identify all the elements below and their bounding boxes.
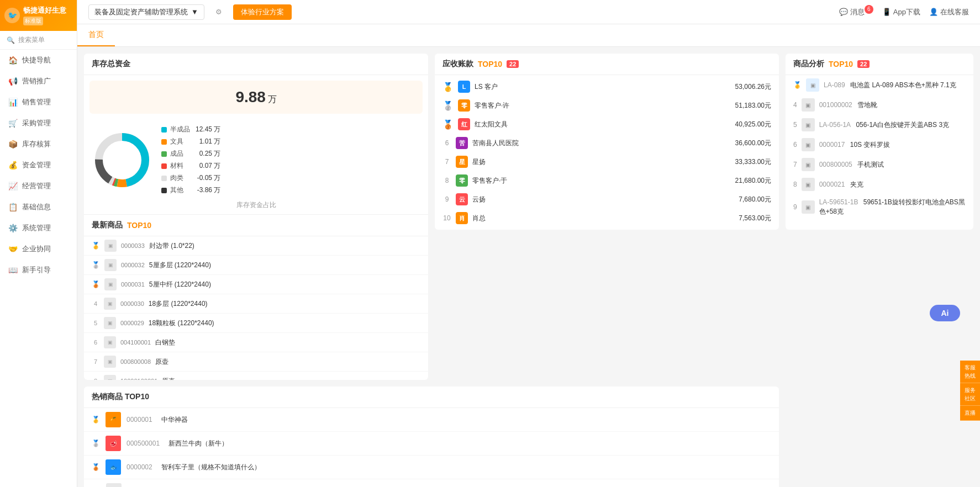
np-icon-2: ▣ (104, 259, 117, 271)
sidebar-item-home[interactable]: 🏠 快捷导航 (0, 50, 77, 71)
pa-icon-5: ▣ (802, 158, 815, 171)
customer-item-6[interactable]: 8 零 零售客户·于 21,680.00元 (435, 171, 779, 190)
avatar-8: 肖 (456, 212, 468, 224)
np-code-4: 0000030 (120, 300, 144, 307)
pa-info-3: LA-056-1A 056-1A白色按键开关盖ABS 3克 (819, 120, 966, 130)
amount-1: 53,006.26元 (735, 82, 771, 92)
np-item-8[interactable]: 8 ▣ 10000100001 原壶 (84, 372, 428, 380)
hp-name-3: 智利车子里（规格不知道填什么） (161, 463, 261, 472)
ar-badge: 22 (507, 60, 519, 68)
customer-item-1[interactable]: 🥇 L LS 客户 53,006.26元 (435, 77, 779, 96)
sidebar-item-collab[interactable]: 🤝 企业协同 (0, 239, 77, 260)
search-label: 搜索菜单 (18, 35, 45, 45)
hp-item-4[interactable]: 4 01 45# (84, 479, 779, 487)
legend-dot-3 (161, 151, 167, 157)
sidebar-item-inventory[interactable]: 📦 库存核算 (0, 134, 77, 155)
customer-item-4[interactable]: 6 苦 苦南县人民医院 36,600.00元 (435, 134, 779, 152)
np-rank-4: 4 (92, 300, 99, 307)
np-item-2[interactable]: 🥈 ▣ 0000032 5厘多层 (1220*2440) (84, 256, 428, 275)
pa-info-5: 000800005 手机测试 (819, 160, 966, 170)
ai-bubble[interactable]: Ai (930, 305, 960, 321)
nav-label-marketing: 营销推广 (22, 76, 51, 86)
float-btn-live[interactable]: 直播 (960, 406, 980, 421)
np-item-3[interactable]: 🥉 ▣ 0000031 5厘中纤 (1220*2440) (84, 275, 428, 294)
pa-rank-4: 6 (793, 141, 797, 149)
legend-dot-4 (161, 163, 167, 169)
pa-item-1[interactable]: 🥇 ▣ LA-089 电池盖 LA-089 ABS本色+黑种 7.1克 (786, 75, 973, 95)
np-name-1: 封边带 (1.0*22) (149, 241, 194, 251)
sidebar-search[interactable]: 🔍 搜索菜单 (0, 31, 77, 50)
sidebar-item-guide[interactable]: 📖 新手引导 (0, 260, 77, 280)
sidebar-item-marketing[interactable]: 📢 营销推广 (0, 71, 77, 92)
np-item-6[interactable]: 6 ▣ 004100001 白钢垫 (84, 333, 428, 352)
np-item-4[interactable]: 4 ▣ 0000030 18多层 (1220*2440) (84, 294, 428, 314)
np-name-2: 5厘多层 (1220*2440) (149, 261, 211, 270)
np-medal-2: 🥈 (92, 261, 100, 269)
np-code-6: 004100001 (120, 339, 151, 346)
basic-icon: 📋 (8, 202, 18, 212)
customer-item-8[interactable]: 10 肖 肖总 7,563.00元 (435, 209, 779, 227)
rank-8: 10 (442, 214, 451, 222)
app-download-button[interactable]: 📱 App下载 (882, 7, 920, 17)
pa-item-3[interactable]: 5 ▣ LA-056-1A 056-1A白色按键开关盖ABS 3克 (786, 115, 973, 135)
pa-item-5[interactable]: 7 ▣ 000800005 手机测试 (786, 155, 973, 174)
np-item-1[interactable]: 🥇 ▣ 0000033 封边带 (1.0*22) (84, 236, 428, 256)
hp-name-2: 新西兰牛肉（新牛） (168, 439, 228, 448)
name-2: 零售客户·许 (475, 101, 731, 110)
pa-item-7[interactable]: 9 ▣ LA-59651-1B 59651-1B旋转投影灯电池盒ABS黑色+58… (786, 194, 973, 220)
sidebar-item-purchase[interactable]: 🛒 采购管理 (0, 113, 77, 134)
pa-info-6: 0000021 夹克 (819, 180, 966, 189)
sidebar-item-system[interactable]: ⚙️ 系统管理 (0, 218, 77, 239)
legend-dot-5 (161, 176, 167, 181)
name-6: 零售客户·于 (472, 176, 731, 186)
customer-item-3[interactable]: 🥉 红 红太阳文具 40,925.00元 (435, 115, 779, 134)
hp-item-2[interactable]: 🥈 🥩 000500001 新西兰牛肉（新牛） (84, 432, 779, 456)
pa-item-6[interactable]: 8 ▣ 0000021 夹克 (786, 174, 973, 194)
customer-item-2[interactable]: 🥈 零 零售客户·许 51,183.00元 (435, 96, 779, 115)
community-btn-sublabel: 社区 (965, 395, 976, 402)
sidebar-nav: 🏠 快捷导航 📢 营销推广 📊 销售管理 🛒 采购管理 📦 库存核算 💰 资金管… (0, 50, 77, 487)
amount-5: 33,333.00元 (735, 157, 771, 167)
pa-rank-3: 5 (793, 121, 797, 129)
message-button[interactable]: 💬 消息 6 (839, 7, 873, 17)
np-name-6: 白钢垫 (155, 338, 175, 347)
phone-icon: 📱 (882, 8, 891, 16)
hp-medal-3: 🥉 (92, 463, 100, 471)
hp-item-1[interactable]: 🥇 🍊 0000001 中华神器 (84, 408, 779, 432)
name-7: 云扬 (472, 195, 734, 204)
legend-val-1: 12.45 万 (196, 125, 220, 134)
message-icon: 💬 (839, 8, 848, 16)
main-area: 装备及固定资产辅助管理系统 ▼ ⚙ 体验行业方案 💬 消息 6 📱 App下载 … (77, 0, 980, 487)
legend-item-1: 半成品 12.45 万 (161, 125, 220, 134)
amount-7: 7,680.00元 (739, 195, 771, 204)
sidebar-item-sales[interactable]: 📊 销售管理 (0, 92, 77, 113)
sidebar-item-basic[interactable]: 📋 基础信息 (0, 197, 77, 218)
legend-dot-1 (161, 127, 167, 133)
float-btn-community[interactable]: 服务 社区 (960, 383, 980, 406)
hp-code-1: 0000001 (127, 416, 152, 424)
float-btn-service[interactable]: 客服 热线 (960, 361, 980, 383)
nav-label-operation: 经营管理 (22, 181, 51, 191)
new-products-list: 🥇 ▣ 0000033 封边带 (1.0*22) 🥈 ▣ 0000032 5厘多… (84, 236, 428, 380)
rank-4: 6 (442, 139, 451, 147)
pa-icon-6: ▣ (802, 178, 815, 191)
trial-button[interactable]: 体验行业方案 (233, 4, 292, 20)
hp-img-1: 🍊 (106, 412, 121, 427)
customer-item-7[interactable]: 9 云 云扬 7,680.00元 (435, 190, 779, 209)
np-item-7[interactable]: 7 ▣ 000800008 原壶 (84, 352, 428, 372)
system-selector[interactable]: 装备及固定资产辅助管理系统 ▼ (88, 4, 204, 20)
sidebar-item-finance[interactable]: 💰 资金管理 (0, 155, 77, 176)
sidebar-item-operation[interactable]: 📈 经营管理 (0, 176, 77, 197)
customer-item-5[interactable]: 7 星 星扬 33,333.00元 (435, 152, 779, 171)
np-code-5: 0000029 (120, 320, 144, 326)
hp-item-3[interactable]: 🥉 🐟 0000002 智利车子里（规格不知道填什么） (84, 456, 779, 479)
pa-item-4[interactable]: 6 ▣ 0000017 10S 变科罗拔 (786, 135, 973, 155)
np-name-8: 原壶 (162, 377, 175, 380)
pa-item-2[interactable]: 4 ▣ 001000002 雪地靴 (786, 95, 973, 115)
pa-icon-2: ▣ (802, 98, 815, 112)
tab-home[interactable]: 首页 (77, 24, 115, 46)
np-item-5[interactable]: 5 ▣ 0000029 18颗粒板 (1220*2440) (84, 314, 428, 333)
online-service-button[interactable]: 👤 在线客服 (929, 7, 969, 17)
system-icon: ⚙️ (8, 223, 18, 233)
settings-button[interactable]: ⚙ (211, 4, 226, 20)
